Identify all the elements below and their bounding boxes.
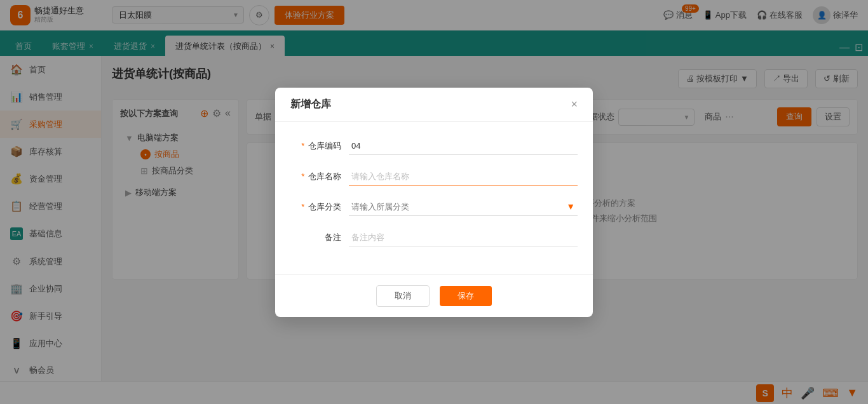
category-dropdown-icon[interactable]: ▼ — [564, 201, 578, 212]
dialog-close-button[interactable]: × — [571, 98, 578, 111]
dialog-header: 新增仓库 × — [275, 88, 593, 122]
remark-label: 备注 — [290, 232, 341, 243]
warehouse-code-row: * 仓库编码 — [290, 137, 578, 155]
warehouse-remark-input[interactable] — [349, 229, 578, 246]
name-label: * 仓库名称 — [290, 171, 341, 182]
modal-overlay[interactable]: 新增仓库 × * 仓库编码 * 仓库名称 — [0, 0, 868, 404]
add-warehouse-dialog: 新增仓库 × * 仓库编码 * 仓库名称 — [275, 88, 593, 317]
warehouse-remark-row: 备注 — [290, 229, 578, 246]
category-label: * 仓库分类 — [290, 201, 341, 213]
warehouse-name-row: * 仓库名称 — [290, 168, 578, 185]
cancel-button[interactable]: 取消 — [376, 285, 430, 307]
warehouse-code-input[interactable] — [349, 137, 578, 155]
save-button[interactable]: 保存 — [440, 286, 492, 306]
category-select-input[interactable] — [349, 198, 564, 215]
dialog-title: 新增仓库 — [290, 98, 331, 111]
dialog-footer: 取消 保存 — [275, 274, 593, 317]
warehouse-name-input[interactable] — [349, 168, 578, 185]
category-select-wrap: ▼ — [349, 198, 578, 216]
code-label: * 仓库编码 — [290, 140, 341, 152]
dialog-body: * 仓库编码 * 仓库名称 * 仓库分类 — [275, 122, 593, 274]
warehouse-category-row: * 仓库分类 ▼ — [290, 198, 578, 216]
